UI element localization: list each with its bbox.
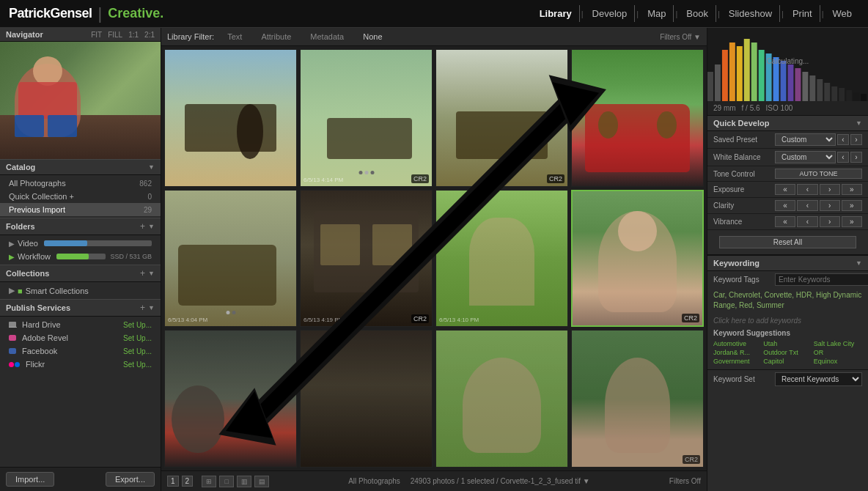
nav-map[interactable]: Map — [640, 5, 674, 22]
kw-suggest-equinox[interactable]: Equinox — [814, 358, 862, 365]
qd-reset-all[interactable]: Reset All — [719, 236, 856, 248]
photo-cell-4[interactable] — [571, 49, 704, 187]
collection-smart[interactable]: ▶ ■ Smart Collections — [0, 284, 161, 298]
filter-attribute[interactable]: Attribute — [255, 31, 297, 43]
logo-creative: Creative. — [108, 6, 163, 21]
photo-cell-5[interactable]: 6/5/13 4:04 PM — [164, 190, 297, 328]
quick-develop-header[interactable]: Quick Develop ▼ — [707, 116, 868, 131]
qd-saved-preset-prev[interactable]: ‹ — [837, 134, 849, 145]
collections-title: Collections — [6, 269, 49, 278]
kw-suggest-or[interactable]: OR — [814, 349, 862, 356]
kw-tags-input[interactable] — [775, 273, 868, 286]
publish-flickr[interactable]: Flickr Set Up... — [0, 358, 161, 371]
photo-dots-5 — [226, 311, 235, 314]
publish-flickr-setup[interactable]: Set Up... — [123, 361, 152, 369]
kw-suggest-automotive[interactable]: Automotive — [713, 340, 762, 347]
page-controls: 1 2 — [167, 476, 193, 487]
photo-cell-7[interactable]: 6/5/13 4:10 PM — [435, 190, 568, 328]
view-loupe[interactable]: □ — [219, 476, 234, 487]
svg-rect-10 — [722, 50, 728, 101]
folders-add[interactable]: + — [140, 221, 145, 232]
publish-revel-setup[interactable]: Set Up... — [123, 334, 152, 342]
nav-library[interactable]: Library — [532, 5, 580, 22]
kw-suggest-utah[interactable]: Utah — [763, 340, 812, 347]
catalog-quick-collection[interactable]: Quick Collection + 0 — [0, 190, 161, 203]
nav-fill[interactable]: FILL — [108, 31, 122, 39]
photo-cell-10[interactable] — [300, 330, 433, 468]
folder-video[interactable]: ▶ Video — [0, 237, 161, 250]
import-button[interactable]: Import... — [6, 472, 54, 487]
filter-none[interactable]: None — [357, 31, 388, 43]
qd-clar-dec2[interactable]: « — [775, 200, 795, 211]
folders-header[interactable]: Folders + ▼ — [0, 218, 161, 235]
qd-exp-dec1[interactable]: ‹ — [797, 184, 817, 195]
qd-exp-dec2[interactable]: « — [775, 184, 795, 195]
qd-clar-inc1[interactable]: › — [820, 200, 840, 211]
folder-workflow[interactable]: ▶ Workflow SSD / 531 GB — [0, 250, 161, 263]
nav-print[interactable]: Print — [785, 5, 820, 22]
keywording-header[interactable]: Keywording ▼ — [707, 254, 868, 271]
catalog-previous-import[interactable]: Previous Import 29 — [0, 203, 161, 216]
view-compare[interactable]: ▥ — [237, 476, 251, 487]
qd-auto-tone[interactable]: AUTO TONE — [775, 169, 862, 179]
filter-text[interactable]: Text — [221, 31, 248, 43]
qd-exp-inc1[interactable]: › — [820, 184, 840, 195]
collections-header[interactable]: Collections + ▼ — [0, 265, 161, 282]
qd-vib-inc2[interactable]: » — [842, 216, 862, 227]
kw-suggest-outdoor[interactable]: Outdoor Txt — [763, 349, 812, 356]
nav-1to1[interactable]: 1:1 — [128, 31, 139, 39]
collections-add[interactable]: + — [140, 268, 145, 278]
photo-cell-8[interactable]: CR2 — [571, 190, 704, 328]
nav-develop[interactable]: Develop — [585, 5, 636, 22]
qd-white-balance-select[interactable]: Custom — [775, 151, 836, 163]
publish-adoberevel[interactable]: Adobe Revel Set Up... — [0, 331, 161, 344]
export-button[interactable]: Export... — [106, 472, 155, 487]
qd-wb-next[interactable]: › — [850, 152, 862, 163]
nav-web[interactable]: Web — [825, 5, 860, 22]
qd-saved-preset-next[interactable]: › — [850, 134, 862, 145]
publish-header[interactable]: Publish Services + ▼ — [0, 299, 161, 317]
qd-wb-prev[interactable]: ‹ — [837, 152, 849, 163]
kw-suggest-jordan[interactable]: Jordan& R... — [713, 349, 762, 356]
photo-cell-3[interactable]: CR2 — [435, 49, 568, 187]
qd-clar-dec1[interactable]: ‹ — [797, 200, 817, 211]
page-next[interactable]: 2 — [182, 476, 194, 487]
kw-suggest-capitol[interactable]: Capitol — [763, 358, 812, 365]
photo-cell-11[interactable] — [435, 330, 568, 468]
publish-hd-setup[interactable]: Set Up... — [123, 321, 152, 329]
kw-suggest-saltlake[interactable]: Salt Lake City — [814, 340, 862, 347]
photo-cell-6[interactable]: CR2 6/5/13 4:19 PM — [300, 190, 433, 328]
publish-add[interactable]: + — [140, 303, 145, 313]
photo-cell-12[interactable]: CR2 — [571, 330, 704, 468]
navigator-header[interactable]: Navigator FIT FILL 1:1 2:1 — [0, 28, 161, 42]
photo-cell-9[interactable] — [164, 330, 297, 468]
kw-set-select[interactable]: Recent Keywords — [775, 372, 862, 386]
qd-clar-inc2[interactable]: » — [842, 200, 862, 211]
view-survey[interactable]: ▤ — [254, 476, 269, 487]
filters-off-toggle[interactable]: Filters Off ▼ — [660, 33, 701, 41]
page-prev[interactable]: 1 — [167, 476, 179, 487]
qd-exp-inc2[interactable]: » — [842, 184, 862, 195]
qd-vib-dec2[interactable]: « — [775, 216, 795, 227]
nav-fit[interactable]: FIT — [91, 31, 102, 39]
kw-suggest-government[interactable]: Government — [713, 358, 762, 365]
kw-click-add[interactable]: Click here to add keywords — [707, 315, 868, 328]
catalog-header[interactable]: Catalog ▼ — [0, 159, 161, 175]
publish-fb-setup[interactable]: Set Up... — [123, 347, 152, 355]
catalog-all-photos[interactable]: All Photographs 862 — [0, 177, 161, 190]
nav-2to1[interactable]: 2:1 — [144, 31, 155, 39]
filters-off-status[interactable]: Filters Off — [669, 477, 701, 485]
publish-facebook[interactable]: Facebook Set Up... — [0, 344, 161, 358]
qd-vib-inc1[interactable]: › — [820, 216, 840, 227]
qd-vib-dec1[interactable]: ‹ — [797, 216, 817, 227]
view-grid[interactable]: ⊞ — [202, 476, 216, 487]
filter-metadata[interactable]: Metadata — [304, 31, 350, 43]
photo-cell-2[interactable]: CR2 6/5/13 4:14 PM — [300, 49, 433, 187]
left-panel: Navigator FIT FILL 1:1 2:1 — [0, 28, 161, 491]
qd-saved-preset-select[interactable]: Custom — [775, 133, 836, 146]
photo-date-7: 6/5/13 4:10 PM — [439, 317, 479, 323]
publish-harddrive[interactable]: — Hard Drive Set Up... — [0, 318, 161, 331]
nav-book[interactable]: Book — [679, 5, 716, 22]
photo-cell-1[interactable] — [164, 49, 297, 187]
nav-slideshow[interactable]: Slideshow — [721, 5, 780, 22]
